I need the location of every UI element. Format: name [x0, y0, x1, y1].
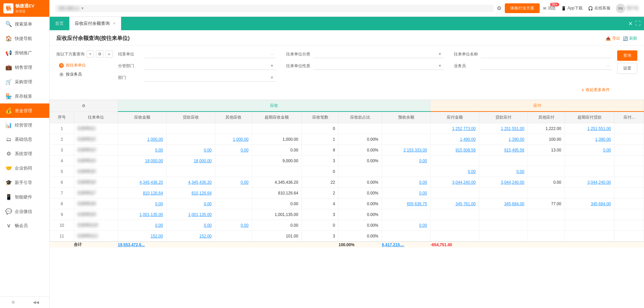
sidebar-item-hardware[interactable]: 📱 智能硬件	[0, 190, 49, 204]
scheme-by-partner[interactable]: ⚙ 按往来单位	[56, 61, 113, 70]
td-ar-prepay[interactable]	[382, 123, 430, 134]
td-ap-overdue[interactable]: 0.00	[565, 145, 614, 156]
td-ap-overdue[interactable]	[565, 166, 614, 177]
query-button[interactable]: 查询	[617, 50, 637, 61]
app-download-button[interactable]: 📱 App下载	[561, 5, 583, 11]
td-ap-amount[interactable]: 1,252,773.00	[431, 123, 479, 134]
partner-name-input[interactable]	[481, 50, 612, 58]
td-ar-loan[interactable]: 0.00	[166, 145, 215, 156]
td-ap-overdue[interactable]: 345,684.00	[565, 199, 614, 209]
td-ar-loan[interactable]: 810,126.64	[166, 188, 215, 199]
partner-nature-select[interactable]: ▼	[313, 62, 444, 70]
td-ar-amount[interactable]: 18,000.00	[118, 156, 166, 166]
sidebar-item-inventory[interactable]: 🏪 库存核算	[0, 89, 49, 103]
td-ap-overdue[interactable]	[565, 209, 614, 220]
staff-input[interactable]: ···	[480, 62, 612, 70]
td-ap-loan[interactable]: 915,495.56	[479, 145, 528, 156]
table-settings-icon[interactable]: ⚙	[82, 103, 86, 108]
td-ar-other[interactable]	[215, 209, 252, 220]
dept-select[interactable]: ▼	[144, 74, 276, 82]
td-ap-amount[interactable]: 915,508.56	[431, 145, 479, 156]
sidebar-item-cooperation[interactable]: 🤝 企业协同	[0, 161, 49, 175]
td-ar-amount[interactable]	[118, 123, 166, 134]
td-ar-other[interactable]: 0.00	[215, 177, 252, 188]
td-ar-other[interactable]	[215, 166, 252, 177]
prev-scheme-button[interactable]: «	[105, 50, 113, 58]
td-ar-other[interactable]: 1,000.00	[215, 134, 252, 145]
td-ar-amount[interactable]: 810,126.64	[118, 188, 166, 199]
topbar-gear-button[interactable]: ⚙	[497, 5, 501, 11]
td-ap-amount[interactable]	[431, 220, 479, 231]
tab-close-icon[interactable]: ×	[113, 21, 115, 26]
td-ap-amount[interactable]	[431, 156, 479, 166]
td-ar-loan[interactable]: 0.00	[166, 220, 215, 231]
td-ap-loan[interactable]: 1,390.00	[479, 134, 528, 145]
sidebar-item-wechat[interactable]: 💬 企业微信	[0, 204, 49, 219]
td-ar-loan[interactable]	[166, 166, 215, 177]
td-ar-other[interactable]	[215, 156, 252, 166]
td-ar-prepay[interactable]: 655,636.75	[382, 199, 430, 209]
td-ap-overdue[interactable]: 3,044,240.00	[565, 177, 614, 188]
td-ap-amount[interactable]: 3,044,240.00	[431, 177, 479, 188]
td-ar-prepay[interactable]	[382, 166, 430, 177]
td-ar-prepay[interactable]	[382, 134, 430, 145]
sidebar-item-operation[interactable]: 📊 经营管理	[0, 118, 49, 132]
td-ap-amount[interactable]	[431, 231, 479, 242]
td-ap-loan[interactable]: 345,684.00	[479, 199, 528, 209]
partner-category-select[interactable]: ▼	[313, 50, 444, 58]
sidebar-settings-button[interactable]: ⚙	[3, 300, 23, 305]
td-ar-amount[interactable]	[118, 166, 166, 177]
td-ar-other[interactable]	[215, 123, 252, 134]
td-ar-prepay[interactable]: 0.00	[382, 177, 430, 188]
add-scheme-button[interactable]: +	[87, 50, 94, 58]
td-ar-loan[interactable]: 18,000.00	[166, 156, 215, 166]
sidebar-item-system[interactable]: ⚙ 系统管理	[0, 146, 49, 161]
td-ap-loan[interactable]	[479, 156, 528, 166]
td-ar-loan[interactable]	[166, 134, 215, 145]
td-ar-amount[interactable]: 0.00	[118, 220, 166, 231]
dept-manager-select[interactable]: ▼	[144, 62, 276, 70]
maximize-window-button[interactable]: ⛶	[635, 20, 641, 27]
user-menu[interactable]: Rit 用户名	[616, 4, 639, 13]
td-ar-prepay[interactable]: 2,153,333.00	[382, 145, 430, 156]
footer-ar-prepay[interactable]: 6,417,215....	[382, 241, 430, 248]
td-ap-overdue[interactable]	[565, 188, 614, 199]
scheme-by-staff[interactable]: ⚙ 按业务员	[56, 70, 113, 79]
td-ar-amount[interactable]: 0.00	[118, 199, 166, 209]
td-ar-prepay[interactable]: 0.00	[382, 220, 430, 231]
td-ap-overdue[interactable]: 1,251,551.00	[565, 123, 614, 134]
td-ar-prepay[interactable]: 0.00	[382, 188, 430, 199]
td-ap-overdue[interactable]	[565, 220, 614, 231]
td-ar-amount[interactable]: 1,000.00	[118, 134, 166, 145]
td-ap-loan[interactable]	[479, 209, 528, 220]
td-ar-prepay[interactable]: 0.00	[382, 156, 430, 166]
td-ap-amount[interactable]: 0.00	[431, 166, 479, 177]
td-ap-loan[interactable]	[479, 220, 528, 231]
online-service-button[interactable]: 🎧 在线客服	[588, 5, 610, 11]
td-ar-amount[interactable]: 1,001,135.00	[118, 209, 166, 220]
td-ap-amount[interactable]: 345,761.00	[431, 199, 479, 209]
td-ar-amount[interactable]: 0.00	[118, 145, 166, 156]
sidebar-item-search[interactable]: 🔍 搜索菜单	[0, 17, 49, 31]
td-ap-overdue[interactable]	[565, 156, 614, 166]
td-ar-other[interactable]: 0.00	[215, 220, 252, 231]
td-ar-loan[interactable]: 0.00	[166, 199, 215, 209]
messages-button[interactable]: ✉ 消息 99+	[543, 5, 556, 11]
footer-ar-amount[interactable]: 19,553,472,6...	[118, 241, 166, 248]
export-button[interactable]: 📤 导出	[606, 36, 620, 41]
td-ar-loan[interactable]: 4,345,436.20	[166, 177, 215, 188]
sidebar-item-purchase[interactable]: 🛒 采购管理	[0, 75, 49, 89]
sidebar-item-quick-nav[interactable]: 🏠 快捷导航	[0, 31, 49, 46]
td-ap-loan[interactable]	[479, 188, 528, 199]
td-ar-other[interactable]	[215, 199, 252, 209]
sidebar-item-sales[interactable]: 💼 销售管理	[0, 60, 49, 75]
td-ar-other[interactable]	[215, 188, 252, 199]
sidebar-collapse-button[interactable]: ◀◀	[26, 300, 46, 305]
tab-home[interactable]: 首页	[50, 17, 69, 30]
topbar-promo-button[interactable]: 体验行业方案	[505, 3, 540, 13]
sidebar-item-newbie[interactable]: 🎓 新手引导	[0, 175, 49, 190]
edit-scheme-button[interactable]: ⚙	[96, 50, 103, 58]
collapse-button[interactable]: ∧ 收起更多条件	[579, 85, 612, 95]
td-ap-overdue[interactable]: 1,390.00	[565, 134, 614, 145]
refresh-button[interactable]: 🔄 刷新	[623, 36, 637, 41]
